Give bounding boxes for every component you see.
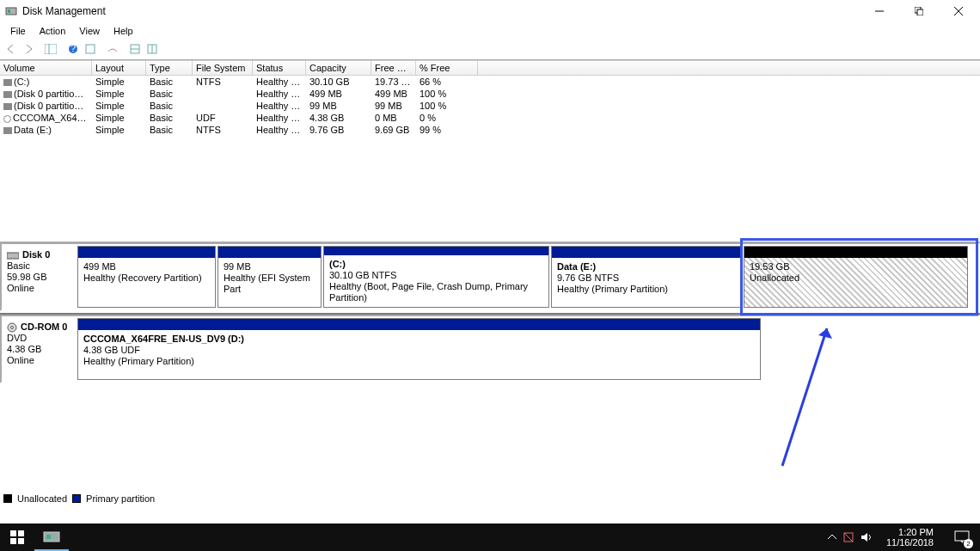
notif-badge: 2 bbox=[964, 539, 973, 548]
table-body[interactable]: (C:)SimpleBasicNTFSHealthy (B...30.10 GB… bbox=[0, 76, 980, 242]
disk-0-kind: Basic bbox=[7, 260, 70, 272]
partition-body: 99 MBHealthy (EFI System Part bbox=[218, 258, 321, 307]
table-row[interactable]: Data (E:)SimpleBasicNTFSHealthy (P...9.7… bbox=[0, 124, 980, 136]
svg-line-28 bbox=[844, 533, 853, 542]
svg-marker-29 bbox=[861, 533, 867, 542]
table-header: Volume Layout Type File System Status Ca… bbox=[0, 60, 980, 76]
svg-rect-21 bbox=[10, 530, 16, 536]
table-row[interactable]: (Disk 0 partition 1)SimpleBasicHealthy (… bbox=[0, 88, 980, 100]
cell-pct: 99 % bbox=[416, 125, 478, 135]
tray-security-icon[interactable] bbox=[843, 532, 854, 542]
svg-rect-24 bbox=[18, 538, 24, 544]
table-row[interactable]: CCCOMA_X64FRE...SimpleBasicUDFHealthy (P… bbox=[0, 112, 980, 124]
partition-body: CCCOMA_X64FRE_EN-US_DV9 (D:) 4.38 GB UDF… bbox=[78, 330, 760, 379]
cell-status: Healthy (E... bbox=[253, 101, 306, 111]
help-button[interactable]: ? bbox=[65, 41, 81, 57]
cell-layout: Simple bbox=[92, 89, 146, 99]
minimize-button[interactable] bbox=[860, 0, 899, 22]
partition-name: CCCOMA_X64FRE_EN-US_DV9 (D:) bbox=[83, 334, 755, 345]
back-button[interactable] bbox=[3, 41, 19, 57]
disk-0-partition-3[interactable]: Data (E:)9.76 GB NTFSHealthy (Primary Pa… bbox=[551, 246, 742, 308]
partition-line2: Unallocated bbox=[750, 272, 962, 284]
start-button[interactable] bbox=[0, 523, 34, 551]
system-tray: 1:20 PM 11/16/2018 2 bbox=[824, 523, 980, 551]
disk-0-partition-0[interactable]: 499 MBHealthy (Recovery Partition) bbox=[77, 246, 216, 308]
col-layout[interactable]: Layout bbox=[92, 60, 146, 75]
drive-icon bbox=[3, 127, 12, 134]
cdrom-0-size: 4.38 GB bbox=[7, 344, 70, 355]
col-filesystem[interactable]: File System bbox=[193, 60, 253, 75]
cdrom-0-row[interactable]: CD-ROM 0 DVD 4.38 GB Online CCCOMA_X64FR… bbox=[0, 315, 980, 383]
cell-status: Healthy (B... bbox=[253, 77, 306, 87]
menu-action[interactable]: Action bbox=[33, 24, 73, 38]
partition-line1: 499 MB bbox=[83, 261, 210, 272]
partition-line2: Healthy (EFI System Part bbox=[224, 272, 315, 295]
menu-file[interactable]: File bbox=[3, 24, 33, 38]
drive-icon bbox=[3, 91, 12, 98]
col-status[interactable]: Status bbox=[253, 60, 306, 75]
partition-line2: Healthy (Boot, Page File, Crash Dump, Pr… bbox=[329, 281, 543, 303]
svg-rect-11 bbox=[86, 45, 95, 53]
maximize-button[interactable] bbox=[899, 0, 939, 22]
col-capacity[interactable]: Capacity bbox=[306, 60, 371, 75]
cell-type: Basic bbox=[146, 101, 193, 111]
tray-chevron-icon[interactable] bbox=[828, 533, 836, 542]
partition-body: Data (E:)9.76 GB NTFSHealthy (Primary Pa… bbox=[552, 258, 741, 307]
svg-text:?: ? bbox=[70, 44, 76, 53]
disk-0-row[interactable]: Disk 0 Basic 59.98 GB Online 499 MBHealt… bbox=[0, 242, 980, 311]
tray-volume-icon[interactable] bbox=[861, 532, 873, 542]
taskbar: 1:20 PM 11/16/2018 2 bbox=[0, 523, 980, 551]
col-volume[interactable]: Volume bbox=[0, 60, 92, 75]
window-title: Disk Management bbox=[22, 5, 860, 17]
table-row[interactable]: (C:)SimpleBasicNTFSHealthy (B...30.10 GB… bbox=[0, 76, 980, 88]
settings-button[interactable] bbox=[105, 41, 120, 57]
tray-notifications[interactable]: 2 bbox=[947, 523, 977, 551]
cell-free: 499 MB bbox=[371, 89, 416, 99]
disk-0-partition-2[interactable]: (C:)30.10 GB NTFSHealthy (Boot, Page Fil… bbox=[323, 246, 549, 308]
cell-layout: Simple bbox=[92, 113, 146, 123]
disk-0-partition-1[interactable]: 99 MBHealthy (EFI System Part bbox=[217, 246, 322, 308]
menu-view[interactable]: View bbox=[72, 24, 107, 38]
cdrom-0-state: Online bbox=[7, 355, 70, 366]
col-type[interactable]: Type bbox=[146, 60, 193, 75]
cell-volume: CCCOMA_X64FRE... bbox=[0, 113, 92, 123]
legend-primary: Primary partition bbox=[86, 493, 155, 504]
cdrom-0-kind: DVD bbox=[7, 333, 70, 344]
partition-body: 19.53 GBUnallocated bbox=[744, 258, 967, 307]
cdrom-0-partition[interactable]: CCCOMA_X64FRE_EN-US_DV9 (D:) 4.38 GB UDF… bbox=[77, 318, 761, 380]
legend-swatch-unallocated bbox=[3, 494, 12, 503]
close-button[interactable] bbox=[939, 0, 978, 22]
tray-clock[interactable]: 1:20 PM 11/16/2018 bbox=[879, 527, 940, 548]
cell-type: Basic bbox=[146, 77, 193, 87]
col-freespace[interactable]: Free Spa... bbox=[371, 60, 416, 75]
partition-line1: 19.53 GB bbox=[750, 261, 962, 272]
partition-size: 4.38 GB UDF bbox=[83, 345, 755, 356]
disk-icon bbox=[7, 251, 19, 260]
legend: Unallocated Primary partition bbox=[3, 492, 155, 505]
refresh-button[interactable] bbox=[83, 41, 98, 57]
svg-rect-25 bbox=[44, 532, 59, 542]
disk-0-partitions: 499 MBHealthy (Recovery Partition)99 MBH… bbox=[76, 244, 978, 309]
menu-help[interactable]: Help bbox=[107, 24, 140, 38]
show-hide-tree-button[interactable] bbox=[43, 41, 58, 57]
cell-fs: UDF bbox=[193, 113, 253, 123]
partition-body: 499 MBHealthy (Recovery Partition) bbox=[78, 258, 215, 307]
table-row[interactable]: (Disk 0 partition 2)SimpleBasicHealthy (… bbox=[0, 100, 980, 112]
tray-time: 1:20 PM bbox=[886, 527, 934, 537]
taskbar-disk-mgmt[interactable] bbox=[34, 523, 69, 551]
partition-stripe bbox=[218, 247, 321, 258]
cell-layout: Simple bbox=[92, 125, 146, 135]
cell-pct: 0 % bbox=[416, 113, 478, 123]
partition-stripe bbox=[78, 247, 215, 258]
cell-volume: (C:) bbox=[0, 77, 92, 87]
cell-type: Basic bbox=[146, 113, 193, 123]
partition-line1: 30.10 GB NTFS bbox=[329, 270, 543, 281]
col-pctfree[interactable]: % Free bbox=[416, 60, 478, 75]
view1-button[interactable] bbox=[127, 41, 143, 57]
disk-0-partition-4[interactable]: 19.53 GBUnallocated bbox=[744, 246, 968, 308]
view2-button[interactable] bbox=[144, 41, 160, 57]
legend-swatch-primary bbox=[72, 494, 81, 503]
cell-pct: 100 % bbox=[416, 89, 478, 99]
forward-button[interactable] bbox=[21, 41, 36, 57]
cell-layout: Simple bbox=[92, 77, 146, 87]
